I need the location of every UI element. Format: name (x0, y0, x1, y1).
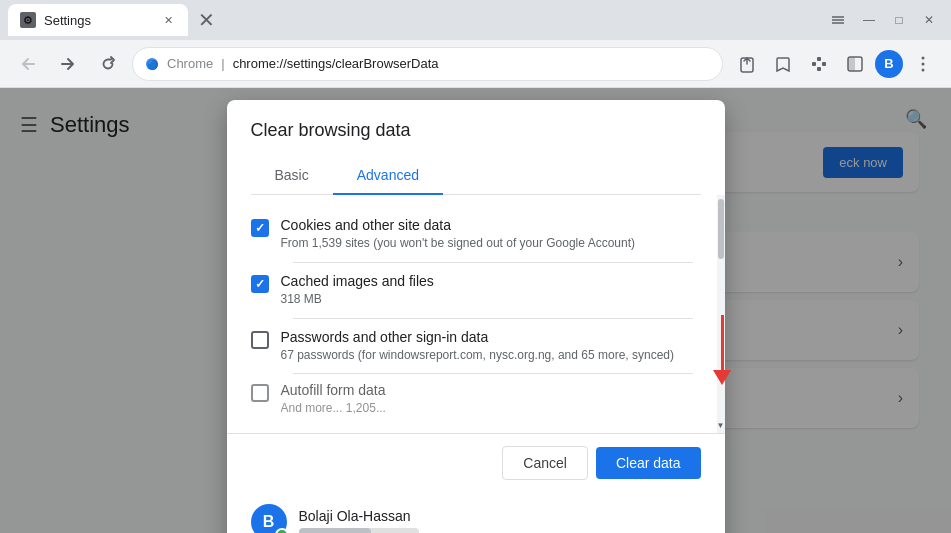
cached-checkbox-item: ✓ Cached images and files 318 MB (251, 263, 693, 318)
cookies-checkbox-label: Cookies and other site data From 1,539 s… (281, 217, 693, 252)
arrow-indicator (713, 315, 731, 385)
scroll-thumb[interactable] (718, 199, 724, 259)
profile-name: Bolaji Ola-Hassan (299, 508, 701, 524)
cached-check-icon: ✓ (255, 277, 265, 291)
browser-toolbar: 🔵 Chrome | chrome://settings/clearBrowse… (0, 40, 951, 88)
address-separator: | (221, 56, 224, 71)
svg-rect-7 (822, 62, 826, 66)
dialog-footer-area: Cancel Clear data (227, 433, 725, 492)
passwords-checkbox-item: Passwords and other sign-in data 67 pass… (251, 319, 693, 374)
profile-sync-fill (299, 528, 371, 533)
new-tab-button[interactable]: ✕ (192, 6, 220, 34)
cookies-checkbox[interactable]: ✓ (251, 219, 269, 237)
autofill-checkbox[interactable] (251, 384, 269, 402)
chrome-menu-icon (831, 15, 845, 25)
cached-checkbox-label: Cached images and files 318 MB (281, 273, 693, 308)
reading-mode-button[interactable] (839, 48, 871, 80)
cookies-checkbox-item: ✓ Cookies and other site data From 1,539… (251, 207, 693, 262)
passwords-checkbox[interactable] (251, 331, 269, 349)
chrome-menu-button[interactable] (907, 48, 939, 80)
clear-data-button[interactable]: Clear data (596, 447, 701, 479)
cached-checkbox[interactable]: ✓ (251, 275, 269, 293)
site-info-icon: 🔵 (145, 57, 159, 71)
active-tab[interactable]: ⚙ Settings ✕ (8, 4, 188, 36)
address-url: chrome://settings/clearBrowserData (233, 56, 710, 71)
svg-point-13 (922, 68, 925, 71)
autofill-checkbox-item: Autofill form data And more... 1,205... (251, 374, 693, 421)
passwords-checkbox-title: Passwords and other sign-in data (281, 329, 693, 345)
dialog-title: Clear browsing data (251, 120, 701, 141)
tab-basic[interactable]: Basic (251, 157, 333, 195)
arrow-head-icon (713, 370, 731, 385)
sync-badge-icon: ✓ (275, 528, 289, 533)
cancel-button[interactable]: Cancel (502, 446, 588, 480)
back-button[interactable] (12, 48, 44, 80)
svg-rect-8 (817, 67, 821, 71)
reload-button[interactable] (92, 48, 124, 80)
passwords-checkbox-label: Passwords and other sign-in data 67 pass… (281, 329, 693, 364)
clear-browsing-data-dialog: Clear browsing data Basic Advanced ▲ ▼ (227, 100, 725, 533)
profile-avatar-dialog: B ✓ (251, 504, 287, 533)
svg-text:🔵: 🔵 (147, 59, 159, 71)
tab-close-button[interactable]: ✕ (160, 12, 176, 28)
address-chrome-label: Chrome (167, 56, 213, 71)
tab-title: Settings (44, 13, 152, 28)
dialog-footer: Cancel Clear data (227, 434, 725, 492)
svg-rect-6 (817, 57, 821, 61)
main-content: ☰ Settings Safety check 🛡 Chr eck now Pr… (0, 88, 951, 533)
modal-overlay: Clear browsing data Basic Advanced ▲ ▼ (0, 88, 951, 533)
dialog-body: ✓ Cookies and other site data From 1,539… (227, 195, 725, 433)
profile-sync-bar (299, 528, 419, 533)
cached-checkbox-sub: 318 MB (281, 291, 693, 308)
svg-point-11 (922, 56, 925, 59)
checkbox-check-icon: ✓ (255, 221, 265, 235)
cookies-checkbox-title: Cookies and other site data (281, 217, 693, 233)
svg-rect-5 (812, 62, 816, 66)
profile-avatar[interactable]: B (875, 50, 903, 78)
autofill-checkbox-label: Autofill form data And more... 1,205... (281, 382, 693, 417)
profile-info: Bolaji Ola-Hassan (299, 508, 701, 533)
svg-point-12 (922, 62, 925, 65)
share-button[interactable] (731, 48, 763, 80)
cookies-checkbox-sub: From 1,539 sites (you won't be signed ou… (281, 235, 693, 252)
minimize-button[interactable]: — (855, 6, 883, 34)
close-button[interactable]: ✕ (915, 6, 943, 34)
extension-button[interactable] (803, 48, 835, 80)
forward-button[interactable] (52, 48, 84, 80)
passwords-checkbox-sub: 67 passwords (for windowsreport.com, nys… (281, 347, 693, 364)
scroll-down-button[interactable]: ▼ (717, 417, 725, 433)
dialog-tabs: Basic Advanced (251, 157, 701, 195)
title-bar: ⚙ Settings ✕ ✕ — □ ✕ (0, 0, 951, 40)
maximize-button[interactable]: □ (885, 6, 913, 34)
bookmark-button[interactable] (767, 48, 799, 80)
browser-frame: ⚙ Settings ✕ ✕ — □ ✕ 🔵 Ch (0, 0, 951, 533)
svg-rect-10 (848, 57, 855, 71)
toolbar-actions: B (731, 48, 939, 80)
arrow-line (721, 315, 724, 370)
autofill-checkbox-title: Autofill form data (281, 382, 693, 398)
dialog-header: Clear browsing data Basic Advanced (227, 100, 725, 195)
tab-advanced[interactable]: Advanced (333, 157, 443, 195)
tab-favicon: ⚙ (20, 12, 36, 28)
cached-checkbox-title: Cached images and files (281, 273, 693, 289)
autofill-checkbox-sub: And more... 1,205... (281, 400, 693, 417)
address-bar[interactable]: 🔵 Chrome | chrome://settings/clearBrowse… (132, 47, 723, 81)
profile-area: B ✓ Bolaji Ola-Hassan (227, 492, 725, 533)
dialog-scroll-area: ▲ ▼ ✓ Cookies and other si (227, 195, 725, 433)
